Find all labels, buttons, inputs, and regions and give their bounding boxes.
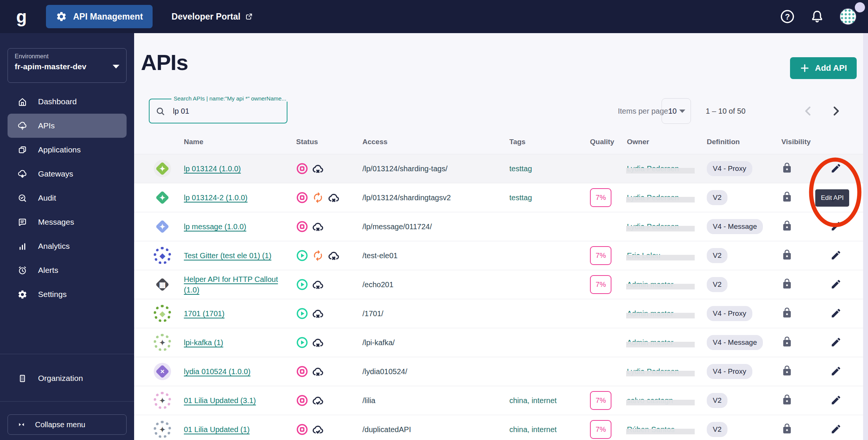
- api-name-link[interactable]: 01 Lilia Updated (3.1): [184, 395, 265, 406]
- api-avatar: ✦: [154, 421, 171, 438]
- lock-icon: [781, 307, 793, 318]
- next-page-button[interactable]: [830, 105, 842, 117]
- definition-badge: V4 - Message: [707, 219, 763, 234]
- column-header-status[interactable]: Status: [296, 138, 362, 146]
- developer-portal-link[interactable]: Developer Portal: [169, 11, 255, 22]
- sidebar-item-label: Settings: [38, 290, 67, 299]
- main-content: APIs Add API Search APIs | name:"My api …: [134, 33, 868, 440]
- table-row[interactable]: ✦ lp 013124 (1.0.0) /lp/013124/sharding-…: [134, 154, 863, 183]
- api-owner: Eric Leleu: [627, 251, 660, 260]
- api-name-link[interactable]: 01 Lilia Updated (1): [184, 424, 259, 435]
- sidebar-item-audit[interactable]: Audit: [8, 186, 127, 210]
- api-name-link[interactable]: Helper API for HTTP Callout (1.0): [184, 274, 296, 295]
- user-menu-button[interactable]: [839, 8, 857, 25]
- collapse-menu-button[interactable]: Collapse menu: [8, 414, 127, 435]
- edit-icon: [830, 423, 842, 435]
- api-owner: Admin master: [627, 309, 673, 318]
- column-header-name[interactable]: Name: [184, 138, 296, 146]
- menu-icon: [17, 97, 28, 107]
- api-access-path: /lp/013124/sharding-tags/: [362, 164, 509, 173]
- notifications-button[interactable]: [810, 9, 824, 24]
- portal-publication-icon: [328, 192, 340, 204]
- api-access-path: /test-ele01: [362, 251, 509, 260]
- sidebar-item-applications[interactable]: Applications: [8, 138, 127, 162]
- edit-api-tooltip: Edit API: [815, 189, 849, 207]
- table-row[interactable]: ✦ 01 Lilia Updated (1) /duplicatedAPI ch…: [134, 415, 863, 440]
- edit-icon: [830, 221, 842, 232]
- help-button[interactable]: [780, 9, 795, 24]
- portal-publication-icon: [312, 308, 324, 320]
- sidebar-item-apis[interactable]: APIs: [8, 114, 127, 138]
- table-row[interactable]: ◆ 1701 (1701) /1701/ Admin master V4 - P…: [134, 299, 863, 328]
- sidebar-divider: [0, 354, 134, 354]
- sidebar-item-organization[interactable]: Organization: [8, 366, 127, 390]
- api-name-link[interactable]: lp 013124-2 (1.0.0): [184, 192, 257, 203]
- column-header-tags[interactable]: Tags: [509, 138, 590, 146]
- api-status: [296, 365, 362, 378]
- definition-badge: V2: [707, 393, 727, 408]
- api-name-link[interactable]: lp message (1.0.0): [184, 221, 255, 232]
- items-per-page-value: 10: [668, 107, 677, 116]
- gravitee-logo[interactable]: g: [11, 0, 32, 33]
- sidebar-item-messages[interactable]: Messages: [8, 210, 127, 234]
- portal-publication-icon: [328, 250, 340, 262]
- api-access-path: /lpi-kafka/: [362, 338, 509, 347]
- column-header-access[interactable]: Access: [362, 138, 509, 146]
- table-row[interactable]: ◆ Test Gitter (test ele 01) (1) /test-el…: [134, 241, 863, 270]
- column-header-definition[interactable]: Definition: [707, 138, 781, 146]
- devportal-label: Developer Portal: [171, 12, 240, 22]
- lock-icon: [781, 365, 793, 376]
- sidebar-divider: [0, 401, 134, 402]
- environment-selector[interactable]: Environment fr-apim-master-dev: [8, 48, 127, 83]
- previous-page-button[interactable]: [802, 105, 815, 117]
- api-owner: Rúben Santos: [627, 425, 675, 434]
- column-header-owner[interactable]: Owner: [627, 138, 707, 146]
- edit-api-button[interactable]: [830, 250, 842, 262]
- vertical-scrollbar[interactable]: [863, 33, 868, 440]
- table-row[interactable]: ✦ lp message (1.0.0) /lp/message/011724/…: [134, 212, 863, 241]
- table-row[interactable]: ✦ 01 Lilia Updated (3.1) /lilia china, i…: [134, 386, 863, 415]
- sidebar-item-dashboard[interactable]: Dashboard: [8, 90, 127, 114]
- top-navbar: g API Management Developer Portal: [0, 0, 868, 33]
- apis-table: Name Status Access Tags Quality Owner De…: [134, 130, 863, 440]
- items-per-page-select[interactable]: 10: [662, 98, 691, 124]
- api-management-switcher[interactable]: API Management: [46, 5, 153, 28]
- edit-api-button[interactable]: [830, 365, 842, 378]
- column-header-quality[interactable]: Quality: [590, 138, 627, 146]
- lock-icon: [781, 394, 793, 405]
- sidebar-item-label: Organization: [38, 374, 83, 383]
- edit-api-button[interactable]: [830, 221, 842, 233]
- edit-api-button[interactable]: [830, 163, 842, 175]
- definition-badge: V4 - Proxy: [707, 161, 752, 176]
- api-name-link[interactable]: lydia 010524 (1.0.0): [184, 366, 260, 377]
- add-api-button[interactable]: Add API: [790, 57, 857, 79]
- portal-publication-icon: [312, 163, 324, 175]
- column-header-visibility[interactable]: Visibility: [781, 138, 808, 146]
- table-row[interactable]: ▦ Helper API for HTTP Callout (1.0) /ech…: [134, 270, 863, 299]
- help-icon: [780, 9, 795, 24]
- sidebar-item-analytics[interactable]: Analytics: [8, 234, 127, 258]
- api-avatar: ✦: [154, 392, 171, 409]
- api-owner: salvo castagn: [627, 396, 673, 405]
- api-name-link[interactable]: lp 013124 (1.0.0): [184, 163, 250, 174]
- edit-api-button[interactable]: [830, 308, 842, 320]
- edit-api-button[interactable]: [830, 336, 842, 349]
- table-row[interactable]: × lydia 010524 (1.0.0) /lydia010524/ Lyd…: [134, 357, 863, 386]
- search-input[interactable]: [172, 101, 281, 121]
- table-row[interactable]: ✦ lpi-kafka (1) /lpi-kafka/ Admin master…: [134, 328, 863, 357]
- api-name-link[interactable]: lpi-kafka (1): [184, 337, 232, 348]
- edit-icon: [830, 279, 842, 290]
- sidebar-item-alerts[interactable]: Alerts: [8, 258, 127, 282]
- edit-api-button[interactable]: [830, 423, 842, 436]
- api-name-link[interactable]: 1701 (1701): [184, 308, 234, 319]
- sidebar-item-gateways[interactable]: Gateways: [8, 162, 127, 186]
- edit-api-button[interactable]: [830, 279, 842, 291]
- api-name-link[interactable]: Test Gitter (test ele 01) (1): [184, 250, 280, 261]
- external-link-icon: [245, 12, 253, 21]
- edit-icon: [830, 163, 842, 174]
- edit-api-button[interactable]: [830, 394, 842, 407]
- chevron-right-icon: [830, 105, 842, 117]
- api-owner: Lydia Pedersen: [627, 164, 679, 173]
- sidebar-item-settings[interactable]: Settings: [8, 282, 127, 306]
- table-row[interactable]: ✦ lp 013124-2 (1.0.0) /lp/013124/shardin…: [134, 183, 863, 212]
